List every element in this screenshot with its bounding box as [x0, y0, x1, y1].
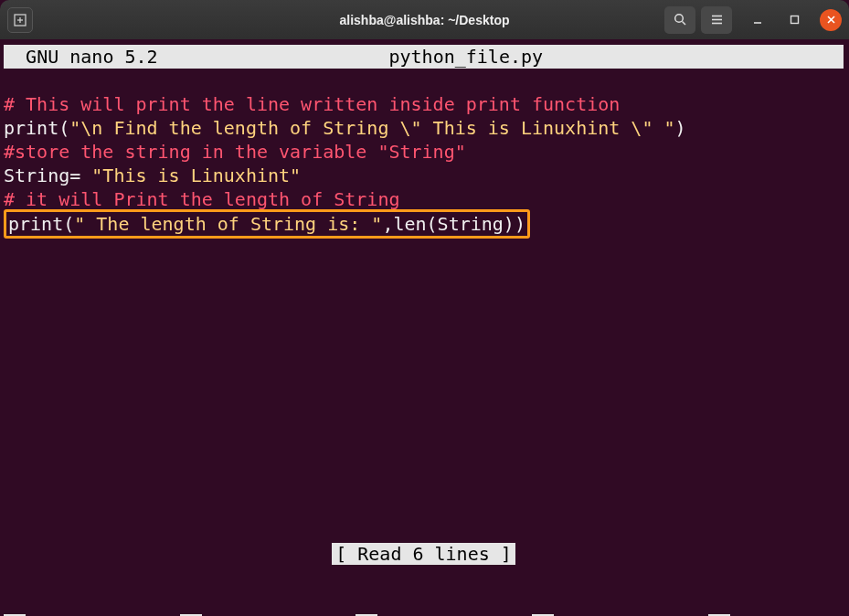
nano-status: [ Read 6 lines ] — [4, 542, 844, 566]
new-tab-button[interactable] — [7, 7, 33, 33]
window-titlebar: alishba@alishba: ~/Desktop — [0, 0, 849, 39]
editor-content[interactable]: # This will print the line written insid… — [4, 69, 844, 239]
hamburger-icon — [710, 13, 724, 27]
svg-line-4 — [682, 22, 685, 26]
close-button[interactable] — [820, 9, 842, 31]
nano-header: GNU nano 5.2 python_file.py — [4, 45, 844, 69]
code-line-6a: print( — [8, 213, 74, 235]
code-line-3: #store the string in the variable "Strin… — [4, 141, 466, 163]
minimize-icon — [752, 15, 763, 26]
maximize-icon — [790, 15, 800, 25]
code-line-6c: ,len(String)) — [382, 213, 525, 235]
close-icon — [826, 15, 836, 25]
code-line-4b: "This is Linuxhint" — [91, 165, 301, 186]
terminal-area[interactable]: GNU nano 5.2 python_file.py # This will … — [4, 45, 844, 613]
nano-shortcuts: ^G Help ^O Write Out ^W Where Is ^K Cut … — [4, 566, 844, 613]
code-line-2c: ) — [675, 117, 686, 139]
minimize-button[interactable] — [747, 9, 769, 31]
code-line-1: # This will print the line written insid… — [4, 93, 620, 115]
nano-file-name: python_file.py — [388, 46, 543, 68]
search-icon — [674, 13, 687, 27]
menu-button[interactable] — [701, 6, 732, 34]
svg-rect-9 — [791, 16, 798, 24]
code-line-2a: print( — [4, 117, 69, 139]
code-line-6b: " The length of String is: " — [74, 213, 382, 235]
highlighted-line: print(" The length of String is: ",len(S… — [4, 209, 530, 239]
svg-point-3 — [674, 15, 683, 23]
search-button[interactable] — [664, 6, 695, 34]
code-line-2b: "\n Find the length of String \" This is… — [69, 117, 674, 139]
new-tab-icon — [14, 14, 27, 27]
nano-status-text: [ Read 6 lines ] — [332, 543, 515, 565]
maximize-button[interactable] — [783, 9, 805, 31]
code-line-5: # it will Print the length of String — [4, 188, 399, 210]
nano-app-name: GNU nano 5.2 — [26, 46, 158, 68]
code-line-4a: String= — [4, 165, 91, 186]
